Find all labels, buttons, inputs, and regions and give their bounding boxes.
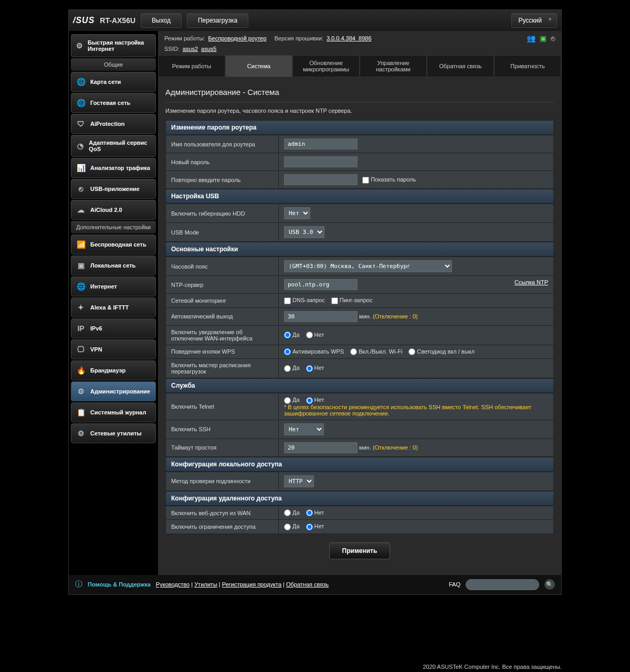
showpw-checkbox[interactable] xyxy=(362,177,369,184)
general-header: Общие xyxy=(71,58,156,71)
usb-section-header: Настройка USB xyxy=(165,189,554,204)
autologout-input[interactable] xyxy=(284,311,358,322)
ping-checkbox[interactable] xyxy=(331,297,338,304)
language-selector[interactable]: Русский xyxy=(511,13,557,28)
restrict-no[interactable] xyxy=(306,524,313,530)
page-title: Администрирование - Система xyxy=(165,84,554,102)
wan-access-no[interactable] xyxy=(306,509,313,516)
lan-button[interactable]: ▣Локальная сеть xyxy=(71,255,156,275)
aiprotection-button[interactable]: 🛡AiProtection xyxy=(71,114,156,134)
help-link[interactable]: Помощь & Поддержка xyxy=(88,581,151,588)
newpw-input[interactable] xyxy=(284,156,358,167)
lan-icon: ▣ xyxy=(76,260,86,271)
faq-input[interactable] xyxy=(466,579,539,590)
advanced-header: Дополнительные настройки xyxy=(71,221,156,233)
log-icon: 📋 xyxy=(76,407,86,418)
wan-icon[interactable]: ▣ xyxy=(540,34,547,42)
aicloud-button[interactable]: ☁AiCloud 2.0 xyxy=(71,200,156,220)
tz-select[interactable]: (GMT+03:00) Москва, Санкт-Петербург xyxy=(284,260,452,272)
usb-status-icon[interactable]: ⎋ xyxy=(551,34,555,42)
service-section-header: Служба xyxy=(165,378,554,393)
tab-firmware[interactable]: Обновление микропрограммы xyxy=(292,55,360,77)
wan-notify-no[interactable] xyxy=(306,332,313,338)
usb-app-button[interactable]: ⎋USB-приложение xyxy=(71,179,156,199)
telnet-yes[interactable] xyxy=(284,397,291,404)
feedback-link[interactable]: Обратная связь xyxy=(286,581,329,588)
administration-button[interactable]: ⚙Администрирование xyxy=(71,381,156,401)
internet-icon: 🌐 xyxy=(76,281,86,292)
newpw-label: Новый пароль xyxy=(166,153,279,171)
telnet-label: Включить Telnet xyxy=(166,393,279,420)
ssid-1[interactable]: asus2 xyxy=(183,46,198,52)
copyright: 2020 ASUSTeK Computer Inc. Все права защ… xyxy=(423,664,562,670)
fw-value[interactable]: 3.0.0.4.384_8986 xyxy=(327,35,372,41)
network-tools-button[interactable]: ⚙Сетевые утилиты xyxy=(71,423,156,443)
wan-access-label: Включить веб-доступ из WAN xyxy=(166,506,279,520)
wifi-icon: 🌐 xyxy=(76,98,86,108)
logout-button[interactable]: Выход xyxy=(141,13,182,28)
tools-icon: ⚙ xyxy=(76,428,86,439)
telnet-no[interactable] xyxy=(306,397,313,404)
ipv6-button[interactable]: IPIPv6 xyxy=(71,318,156,338)
traffic-analyzer-button[interactable]: 📊Анализатор трафика xyxy=(71,158,156,178)
search-icon[interactable]: 🔍 xyxy=(544,579,555,590)
user-input[interactable] xyxy=(284,138,358,150)
autologout-label: Автоматический выход xyxy=(166,307,279,325)
retype-label: Повторно введите пароль xyxy=(166,171,279,189)
wps-opt3[interactable] xyxy=(408,348,415,355)
manual-link[interactable]: Руководство xyxy=(156,581,190,588)
model-name: RT-AX56U xyxy=(100,16,135,25)
wireless-button[interactable]: 📶Беспроводная сеть xyxy=(71,234,156,254)
page-desc: Изменение пароля роутера, часового пояса… xyxy=(165,108,554,114)
ntp-input[interactable] xyxy=(284,279,358,290)
tab-privacy[interactable]: Приватность xyxy=(494,55,561,77)
user-label: Имя пользователя для роутера xyxy=(166,135,279,153)
wan-access-yes[interactable] xyxy=(284,509,291,516)
basic-section-header: Основные настройки xyxy=(165,242,554,257)
brand-logo: /SUS xyxy=(73,16,94,25)
tab-operation-mode[interactable]: Режим работы xyxy=(158,55,225,77)
tab-feedback[interactable]: Обратная связь xyxy=(427,55,494,77)
reboot-button[interactable]: Перезагрузка xyxy=(187,13,248,28)
chart-icon: 📊 xyxy=(76,163,86,173)
vpn-button[interactable]: 🖵VPN xyxy=(71,339,156,359)
utility-link[interactable]: Утилиты xyxy=(194,581,217,588)
ntp-link[interactable]: Ссылка NTP xyxy=(514,279,548,285)
quick-setup-button[interactable]: ⚙Быстрая настройка Интернет xyxy=(71,34,156,57)
restrict-yes[interactable] xyxy=(284,524,291,530)
gauge-icon: ◔ xyxy=(76,141,85,151)
wps-label: Поведение кнопки WPS xyxy=(166,345,279,359)
usbmode-select[interactable]: USB 3.0 xyxy=(284,226,324,238)
gear-globe-icon: ⚙ xyxy=(76,40,83,51)
auth-select[interactable]: HTTP xyxy=(284,475,314,487)
qos-button[interactable]: ◔Адаптивный сервис QoS xyxy=(71,135,156,157)
internet-button[interactable]: 🌐Интернет xyxy=(71,276,156,296)
dns-checkbox[interactable] xyxy=(284,297,291,304)
firewall-button[interactable]: 🔥Брандмауэр xyxy=(71,360,156,380)
network-map-button[interactable]: 🌐Карта сети xyxy=(71,72,156,92)
wps-opt2[interactable] xyxy=(350,348,357,355)
guest-network-button[interactable]: 🌐Гостевая сеть xyxy=(71,93,156,113)
tabs: Режим работы Система Обновление микропро… xyxy=(158,55,561,77)
hdd-select[interactable]: Нет xyxy=(284,207,310,219)
wps-opt1[interactable] xyxy=(284,348,291,355)
mode-value[interactable]: Беспроводной роутер xyxy=(208,35,266,41)
idle-label: Таймаут простоя xyxy=(166,439,279,456)
retype-input[interactable] xyxy=(284,174,358,185)
ssh-select[interactable]: Нет xyxy=(284,423,324,435)
client-icon[interactable]: 👥 xyxy=(527,34,536,42)
system-log-button[interactable]: 📋Системный журнал xyxy=(71,402,156,422)
alexa-button[interactable]: ✦Alexa & IFTTT xyxy=(71,297,156,317)
reboot-yes[interactable] xyxy=(284,365,291,372)
telnet-warning: * В целях безопасности рекомендуется исп… xyxy=(284,404,531,417)
apply-button[interactable]: Применить xyxy=(329,542,391,559)
wan-notify-yes[interactable] xyxy=(284,332,291,338)
register-link[interactable]: Регистрация продукта xyxy=(222,581,281,588)
idle-input[interactable] xyxy=(284,442,358,453)
tab-system[interactable]: Система xyxy=(225,55,292,77)
ssid-2[interactable]: asus5 xyxy=(201,46,216,52)
remote-section-header: Конфигурация удаленного доступа xyxy=(165,491,554,506)
auth-label: Метод проверки подлинности xyxy=(166,472,279,490)
reboot-no[interactable] xyxy=(306,365,313,372)
tab-settings-mgmt[interactable]: Управление настройками xyxy=(360,55,427,77)
